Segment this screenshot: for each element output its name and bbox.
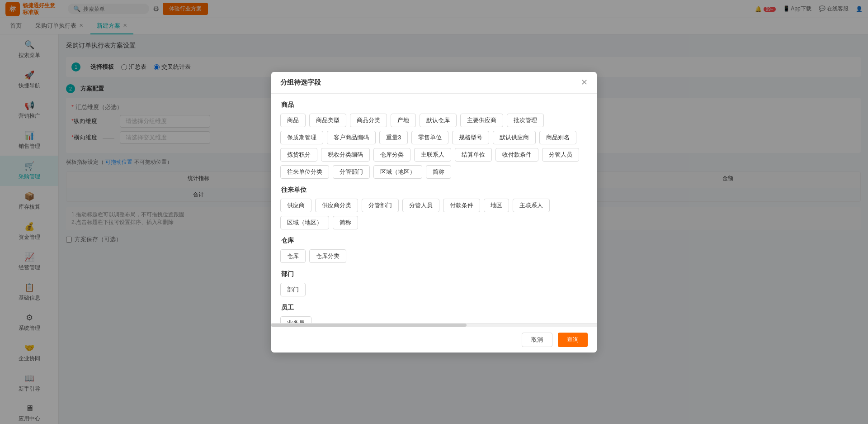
section-employee-title: 员工	[280, 304, 588, 312]
field-tag[interactable]: 零售单位	[411, 131, 448, 144]
section-product-fields: 商品 商品类型 商品分类 产地 默认仓库 主要供应商 批次管理 保质期管理 客户…	[280, 114, 588, 179]
section-warehouse-fields: 仓库 仓库分类	[280, 249, 588, 263]
field-tag[interactable]: 地区	[484, 199, 509, 212]
section-product: 商品 商品 商品类型 商品分类 产地 默认仓库 主要供应商 批次管理 保质期管理…	[280, 101, 588, 179]
field-tag[interactable]: 仓库分类	[309, 249, 346, 263]
field-tag[interactable]: 区域（地区）	[280, 216, 329, 229]
section-employee-fields: 业务员	[280, 316, 588, 323]
field-tag[interactable]: 商品	[280, 114, 306, 127]
section-partner-title: 往来单位	[280, 186, 588, 194]
field-tag[interactable]: 收付款条件	[495, 148, 538, 162]
field-tag[interactable]: 分管人员	[402, 199, 439, 212]
modal-close-icon[interactable]: ✕	[581, 78, 588, 86]
section-product-title: 商品	[280, 101, 588, 109]
modal-footer: 取消 查询	[271, 327, 597, 353]
section-warehouse: 仓库 仓库 仓库分类	[280, 237, 588, 263]
field-tag[interactable]: 分管人员	[542, 148, 579, 162]
field-tag[interactable]: 往来单位分类	[280, 165, 329, 179]
section-dept: 部门 部门	[280, 270, 588, 296]
field-tag[interactable]: 客户商品编码	[327, 131, 376, 144]
cancel-button[interactable]: 取消	[522, 333, 552, 347]
field-tag[interactable]: 付款条件	[443, 199, 480, 212]
field-tag[interactable]: 主联系人	[414, 148, 451, 162]
field-tag[interactable]: 分管部门	[362, 199, 399, 212]
modal-title: 分组待选字段	[280, 78, 321, 87]
modal-hscroll-thumb[interactable]	[271, 324, 467, 327]
field-tag[interactable]: 业务员	[280, 316, 311, 323]
field-tag[interactable]: 税收分类编码	[321, 148, 370, 162]
section-employee: 员工 业务员	[280, 304, 588, 323]
field-tag[interactable]: 拣货积分	[280, 148, 317, 162]
field-tag[interactable]: 简称	[426, 165, 451, 179]
confirm-button[interactable]: 查询	[558, 333, 588, 347]
section-warehouse-title: 仓库	[280, 237, 588, 245]
field-tag[interactable]: 默认仓库	[420, 114, 457, 127]
field-tag[interactable]: 重量3	[379, 131, 408, 144]
field-tag[interactable]: 保质期管理	[280, 131, 323, 144]
section-partner-fields: 供应商 供应商分类 分管部门 分管人员 付款条件 地区 主联系人 区域（地区） …	[280, 199, 588, 229]
field-tag[interactable]: 仓库	[280, 249, 306, 263]
section-dept-title: 部门	[280, 270, 588, 278]
field-tag[interactable]: 商品类型	[309, 114, 346, 127]
field-tag[interactable]: 部门	[280, 283, 306, 296]
field-tag[interactable]: 商品分类	[350, 114, 387, 127]
modal-header: 分组待选字段 ✕	[271, 72, 597, 94]
field-tag[interactable]: 主要供应商	[460, 114, 503, 127]
field-tag[interactable]: 产地	[391, 114, 416, 127]
section-partner: 往来单位 供应商 供应商分类 分管部门 分管人员 付款条件 地区 主联系人 区域…	[280, 186, 588, 229]
field-tag[interactable]: 供应商	[280, 199, 311, 212]
modal-horizontal-scrollbar[interactable]	[271, 323, 597, 327]
field-tag[interactable]: 商品别名	[539, 131, 576, 144]
field-tag[interactable]: 供应商分类	[315, 199, 358, 212]
field-select-modal: 分组待选字段 ✕ 商品 商品 商品类型 商品分类 产地 默认仓库 主要供应商 批…	[271, 72, 597, 353]
field-tag[interactable]: 分管部门	[333, 165, 370, 179]
field-tag[interactable]: 规格型号	[452, 131, 489, 144]
modal-overlay: 分组待选字段 ✕ 商品 商品 商品类型 商品分类 产地 默认仓库 主要供应商 批…	[0, 0, 868, 424]
field-tag[interactable]: 结算单位	[455, 148, 492, 162]
field-tag[interactable]: 仓库分类	[373, 148, 410, 162]
field-tag[interactable]: 批次管理	[507, 114, 544, 127]
section-dept-fields: 部门	[280, 283, 588, 296]
field-tag[interactable]: 默认供应商	[493, 131, 536, 144]
modal-body: 商品 商品 商品类型 商品分类 产地 默认仓库 主要供应商 批次管理 保质期管理…	[271, 94, 597, 323]
field-tag[interactable]: 区域（地区）	[373, 165, 422, 179]
field-tag[interactable]: 主联系人	[513, 199, 550, 212]
field-tag[interactable]: 简称	[333, 216, 358, 229]
